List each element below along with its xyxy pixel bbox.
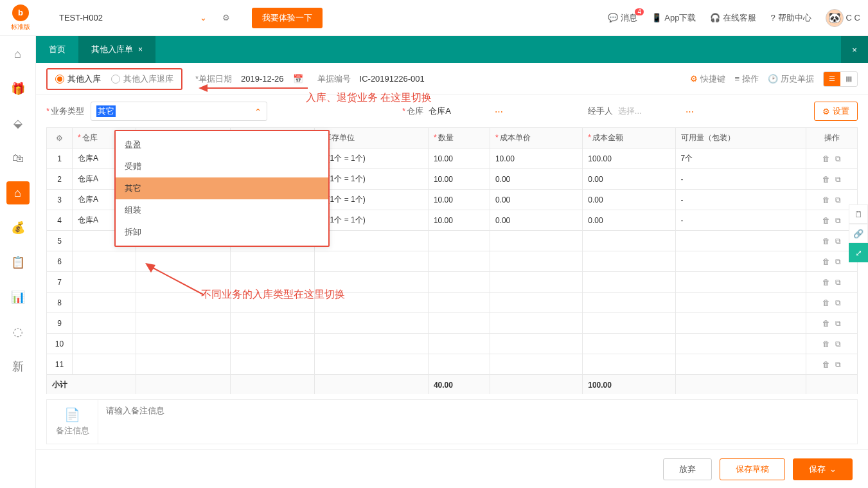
chevron-up-icon: ⌄ [254,107,261,116]
operate-link[interactable]: ≡操作 [734,73,759,85]
nav-warehouse-icon[interactable]: ⌂ [6,181,30,204]
nav-loading-icon[interactable]: ◌ [6,320,30,343]
dropdown-item[interactable]: 组装 [116,199,328,221]
copy-icon[interactable]: ⧉ [835,154,841,163]
copy-icon[interactable]: ⧉ [835,319,841,328]
shortcut-link[interactable]: ⚙快捷键 [690,73,725,85]
radio-unchecked-icon [111,75,120,84]
warehouse-more-icon[interactable]: ⋯ [495,107,504,116]
table-row[interactable]: 9🗑⧉ [47,313,858,334]
dropdown-item[interactable]: 盘盈 [116,134,328,156]
warehouse-value[interactable]: 仓库A [429,105,451,117]
delete-icon[interactable]: 🗑 [822,216,830,225]
save-button[interactable]: 保存⌄ [793,458,853,480]
online-cs-link[interactable]: 🎧 在线客服 [710,12,756,24]
col-settings[interactable]: ⚙ [47,128,73,149]
delete-icon[interactable]: 🗑 [822,195,830,204]
radio-return[interactable]: 其他入库退库 [111,73,173,85]
nav-gift-icon[interactable]: 🎁 [6,77,30,100]
delete-icon[interactable]: 🗑 [822,339,830,348]
close-all-tabs[interactable]: × [841,36,868,63]
table-row[interactable]: 11🗑⧉ [47,354,858,375]
delete-icon[interactable]: 🗑 [822,257,830,266]
delete-icon[interactable]: 🗑 [822,237,830,246]
discard-button[interactable]: 放弃 [663,458,712,480]
delete-icon[interactable]: 🗑 [822,278,830,287]
biz-mode-radio-group: 其他入库 其他入库退库 [46,68,182,90]
chevron-down-icon: ⌄ [829,464,837,474]
copy-icon[interactable]: ⧉ [835,257,841,266]
float-expand-icon[interactable]: ⤢ [849,243,868,262]
nav-new-icon[interactable]: 新 [6,355,30,378]
tab-close-icon[interactable]: × [138,45,143,54]
remark-label: 📄 备注信息 [47,400,98,444]
radio-inbound[interactable]: 其他入库 [55,73,101,85]
message-icon: 💬 [608,13,618,23]
history-link[interactable]: 🕑历史单据 [768,73,814,85]
try-button[interactable]: 我要体验一下 [252,8,323,28]
tab-current[interactable]: 其他入库单 × [78,36,155,63]
col-avail: 可用量（包装） [675,128,806,149]
settings-icon[interactable]: ⚙ [216,8,236,28]
copy-icon[interactable]: ⧉ [835,175,841,184]
nav-bag-icon[interactable]: 🛍 [6,147,30,170]
delete-icon[interactable]: 🗑 [822,319,830,328]
delete-icon[interactable]: 🗑 [822,175,830,184]
operate-icon: ≡ [734,74,740,84]
docno-label: 单据编号 [317,73,351,85]
calendar-icon[interactable]: 📅 [293,74,303,84]
copy-icon[interactable]: ⧉ [835,195,841,204]
copy-icon[interactable]: ⧉ [835,278,841,287]
handler-select[interactable]: 选择... [618,105,642,117]
biz-type-label: *业务类型 [46,105,84,117]
help-link[interactable]: ? 帮助中心 [770,12,811,24]
tabs-bar: 首页 其他入库单 × × [36,36,868,63]
dropdown-item[interactable]: 拆卸 [116,221,328,243]
nav-house-icon[interactable]: ⬙ [6,112,30,135]
org-value: TEST-H002 [59,13,103,23]
tab-home[interactable]: 首页 [36,36,78,63]
float-note-icon[interactable]: 🗒 [849,204,868,224]
logo: b 标准版 [8,5,33,32]
delete-icon[interactable]: 🗑 [822,154,830,163]
view-list-icon[interactable]: ☰ [824,72,840,86]
org-selector[interactable]: TEST-H002 ⌄ [53,8,213,28]
view-toggle: ☰ ▦ [823,71,858,87]
float-link-icon[interactable]: 🔗 [849,224,868,243]
setting-button[interactable]: ⚙设置 [814,102,858,121]
dropdown-item-selected[interactable]: 其它 [116,177,328,199]
copy-icon[interactable]: ⧉ [835,360,841,369]
col-unit: *库存单位 [314,128,428,149]
app-download-link[interactable]: 📱 App下载 [651,12,696,24]
nav-money-icon[interactable]: 💰 [6,216,30,239]
nav-report-icon[interactable]: 📊 [6,285,30,309]
copy-icon[interactable]: ⧉ [835,339,841,348]
footer-buttons: 放弃 保存草稿 保存⌄ [36,449,868,488]
view-grid-icon[interactable]: ▦ [840,72,857,86]
nav-home-icon[interactable]: ⌂ [6,42,30,66]
biz-type-select[interactable]: 其它 ⌄ [91,102,267,121]
table-row[interactable]: 10🗑⧉ [47,334,858,354]
top-header: b 标准版 TEST-H002 ⌄ ⚙ 我要体验一下 💬 消息 4 📱 App下… [0,0,868,36]
copy-icon[interactable]: ⧉ [835,237,841,246]
docno-value: IC-20191226-001 [360,74,425,84]
table-row[interactable]: 8🗑⧉ [47,293,858,313]
help-icon: ? [770,13,775,23]
note-icon: 📄 [64,407,80,422]
table-row[interactable]: 6🗑⧉ [47,251,858,272]
save-draft-button[interactable]: 保存草稿 [720,458,785,480]
avatar-icon: 🐼 [826,9,844,27]
remark-input[interactable] [98,400,857,444]
table-row[interactable]: 7🗑⧉ [47,272,858,293]
delete-icon[interactable]: 🗑 [822,298,830,307]
handler-more-icon[interactable]: ⋯ [686,107,695,116]
dropdown-item[interactable]: 受赠 [116,156,328,177]
date-value[interactable]: 2019-12-26 [241,74,284,84]
gear-icon: ⚙ [822,107,830,116]
copy-icon[interactable]: ⧉ [835,216,841,225]
user-menu[interactable]: 🐼 C C [826,9,860,27]
nav-clipboard-icon[interactable]: 📋 [6,251,30,274]
messages-link[interactable]: 💬 消息 4 [608,12,637,24]
copy-icon[interactable]: ⧉ [835,298,841,307]
delete-icon[interactable]: 🗑 [822,360,830,369]
